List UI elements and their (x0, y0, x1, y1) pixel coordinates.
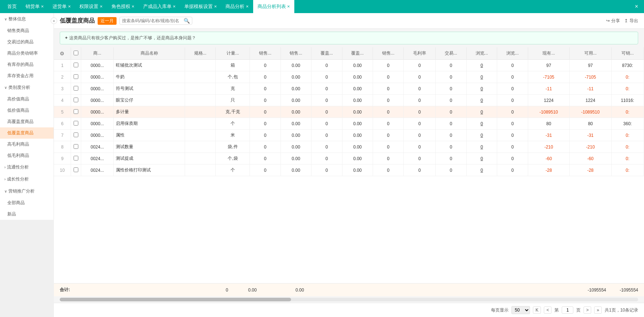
share-label: 分享 (611, 18, 620, 24)
sidebar-section-overall[interactable]: ∨ 整体信息 (0, 13, 54, 25)
sidebar-item-high-margin[interactable]: 高毛利商品 (0, 139, 54, 150)
row-current: 1224 (528, 95, 569, 106)
nav-purchase[interactable]: 进货单 × (48, 0, 75, 13)
sidebar-item-sales-goods[interactable]: 销售类商品 (0, 25, 54, 36)
row-sales2: 0.00 (280, 95, 311, 106)
row-browse2: 0 (497, 130, 528, 141)
sidebar-section-growth[interactable]: › 成长性分析 (0, 173, 54, 185)
row-sales3: 0 (373, 71, 404, 83)
first-page-btn[interactable]: K (533, 306, 541, 314)
col-code: 商... (81, 47, 113, 60)
row-num: 7 (54, 130, 71, 141)
row-browse2: 0 (497, 95, 528, 106)
page-size-select[interactable]: 50 100 200 (511, 306, 530, 314)
row-checkbox[interactable] (71, 60, 81, 71)
col-checkbox[interactable] (71, 47, 81, 60)
row-cover1: 0 (311, 165, 342, 176)
row-current: -60 (528, 153, 569, 165)
row-browse1[interactable]: 0 (466, 141, 497, 153)
sidebar-item-all-goods[interactable]: 全部商品 (0, 197, 54, 209)
row-cover2: 0.00 (342, 153, 373, 165)
horizontal-scrollbar[interactable] (60, 298, 638, 301)
row-browse1[interactable]: 0 (466, 71, 497, 83)
nav-home[interactable]: 首页 (3, 0, 21, 13)
row-cover1: 0 (311, 118, 342, 130)
nav-analysis-list[interactable]: 商品分析列表 × (253, 0, 294, 13)
sidebar-item-in-stock[interactable]: 有库存的商品 (0, 59, 54, 70)
row-checkbox[interactable] (71, 130, 81, 141)
top-nav: 首页 销货单 × 进货单 × 权限设置 × 角色授权 × 产成品入库单 × 单据… (0, 0, 644, 13)
row-checkbox[interactable] (71, 165, 81, 176)
table-row: 7 0000... 属性 米 0 0.00 0 0.00 0 0 0 0 0 -… (54, 130, 644, 141)
search-icon[interactable]: 🔍 (184, 18, 190, 24)
col-gear[interactable]: ⚙ (54, 47, 71, 60)
row-sales3: 0 (373, 130, 404, 141)
row-available: -7105 (570, 71, 611, 83)
sidebar-item-traded[interactable]: 交易过的商品 (0, 36, 54, 48)
share-button[interactable]: ↪ 分享 (606, 18, 620, 24)
sidebar-section-marketing[interactable]: ∨ 营销推广分析 (0, 185, 54, 197)
section-overall-label: 整体信息 (8, 16, 26, 22)
row-checkbox[interactable] (71, 95, 81, 106)
sidebar-item-new-goods[interactable]: 新品 (0, 209, 54, 220)
total-sales1: 0 (214, 288, 240, 293)
row-browse1[interactable]: 0 (466, 95, 497, 106)
last-page-btn[interactable]: » (594, 306, 602, 314)
row-num: 5 (54, 106, 71, 118)
row-browse1[interactable]: 0 (466, 130, 497, 141)
row-browse1[interactable]: 0 (466, 153, 497, 165)
sidebar-section-category[interactable]: ∨ 类别度分析 (0, 82, 54, 94)
row-trade: 0 (436, 95, 466, 106)
row-browse1[interactable]: 0 (466, 106, 497, 118)
prev-page-btn[interactable]: < (544, 306, 551, 314)
sidebar-collapse-btn[interactable]: « (51, 17, 57, 24)
row-checkbox[interactable] (71, 153, 81, 165)
row-browse1[interactable]: 0 (466, 60, 497, 71)
row-checkbox[interactable] (71, 71, 81, 83)
row-browse1[interactable]: 0 (466, 83, 497, 95)
sidebar-item-high-value[interactable]: 高价值商品 (0, 94, 54, 105)
export-button[interactable]: ↥ 导出 (624, 18, 638, 24)
nav-sales[interactable]: 销货单 × (21, 0, 48, 13)
row-browse1[interactable]: 0 (466, 118, 497, 130)
sidebar-item-low-value[interactable]: 低价值商品 (0, 105, 54, 116)
nav-inventory[interactable]: 产成品入库单 × (139, 0, 180, 13)
table-row: 10 0024... 属性价格打印测试 个 0 0.00 0 0.00 0 0 … (54, 165, 644, 176)
row-browse1[interactable]: 0 (466, 165, 497, 176)
row-checkbox[interactable] (71, 118, 81, 130)
col-unit: 计量... (216, 47, 250, 60)
row-checkbox[interactable] (71, 141, 81, 153)
select-all-checkbox[interactable] (74, 51, 78, 55)
time-filter-button[interactable]: 近一月 (98, 17, 117, 25)
row-checkbox[interactable] (71, 83, 81, 95)
nav-role[interactable]: 角色授权 × (107, 0, 139, 13)
sidebar-item-capital[interactable]: 库存资金占用 (0, 70, 54, 82)
sidebar-item-high-coverage[interactable]: 高覆盖度商品 (0, 116, 54, 127)
page-number-input[interactable]: 1 (562, 306, 573, 314)
window-close-btn[interactable]: × (632, 3, 641, 10)
nav-analysis[interactable]: 商品分析 × (221, 0, 253, 13)
header-actions: ↪ 分享 ↥ 导出 (606, 18, 638, 24)
sidebar-item-low-coverage[interactable]: 低覆盖度商品 (0, 127, 54, 139)
row-sales3: 0 (373, 141, 404, 153)
row-cover2: 0.00 (342, 141, 373, 153)
nav-template[interactable]: 单据模板设置 × (180, 0, 221, 13)
page-title: 低覆盖度商品 (60, 17, 95, 25)
sidebar-section-liquidity[interactable]: › 流通性分析 (0, 161, 54, 173)
row-code: 0024... (81, 165, 113, 176)
sidebar-item-low-margin[interactable]: 低毛利商品 (0, 150, 54, 161)
row-unit: 个 (216, 165, 250, 176)
search-input[interactable] (122, 18, 184, 23)
nav-permissions[interactable]: 权限设置 × (75, 0, 107, 13)
row-gross: 0 (404, 153, 436, 165)
section-marketing-label: 营销推广分析 (8, 188, 35, 194)
export-label: 导出 (629, 18, 638, 24)
row-checkbox[interactable] (71, 106, 81, 118)
app-container: 首页 销货单 × 进货单 × 权限设置 × 角色授权 × 产成品入库单 × 单据… (0, 0, 644, 317)
next-page-btn[interactable]: > (584, 306, 591, 314)
sidebar-item-category-rate[interactable]: 商品分类动销率 (0, 48, 54, 59)
gear-icon[interactable]: ⚙ (60, 51, 64, 56)
total-info-label: 共1页，10条记录 (605, 307, 638, 313)
scroll-thumb[interactable] (60, 298, 291, 301)
row-browse2: 0 (497, 153, 528, 165)
